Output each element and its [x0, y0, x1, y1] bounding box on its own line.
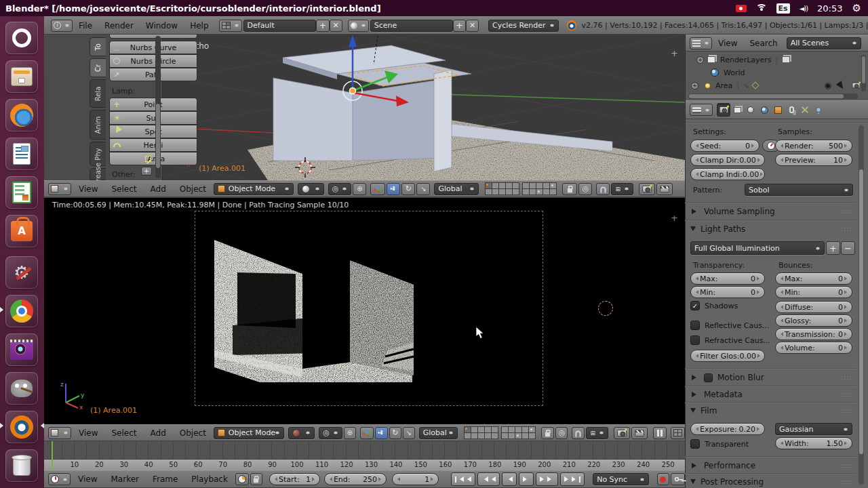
properties-scrollbar[interactable] [859, 125, 864, 485]
scene-lock-button[interactable] [562, 183, 577, 195]
filter-width-field[interactable]: Width:1.50 [775, 437, 852, 449]
wifi-icon[interactable] [756, 4, 767, 12]
panel-performance[interactable]: Performance:::: [688, 459, 856, 472]
render-opengl-button[interactable] [614, 427, 630, 439]
menu-add[interactable]: Add [144, 184, 172, 194]
delete-layout-button[interactable]: ✕ [330, 20, 342, 32]
outliner-filter-select[interactable]: All Scenes [787, 37, 861, 49]
transform-orientation-select[interactable]: Global [419, 427, 458, 439]
shelf-button-nurbs-circle[interactable]: Nurbs Circle [109, 54, 197, 68]
play-reverse-button[interactable] [502, 472, 517, 486]
properties-tab-constraints[interactable] [785, 103, 798, 117]
pivot-point-select[interactable]: ◎ [328, 183, 352, 195]
volume-bounces-field[interactable]: Volume:0 [775, 342, 852, 354]
editor-type-info-button[interactable]: i [51, 20, 73, 32]
launcher-icon-trash[interactable] [5, 449, 38, 482]
editor-type-timeline-button[interactable] [48, 473, 71, 485]
transparency-max-field[interactable]: Max:0 [690, 272, 765, 285]
properties-tab-world[interactable] [757, 103, 771, 117]
launcher-icon-firefox[interactable] [5, 99, 38, 131]
properties-tab-object[interactable] [771, 103, 785, 117]
rotate-manipulator-button[interactable]: ↻ [389, 427, 401, 439]
shelf-tab-relations[interactable]: Rela [90, 79, 106, 108]
properties-tab-object-data[interactable] [812, 103, 825, 117]
panel-metadata[interactable]: Metadata:::: [688, 388, 856, 401]
menu-marker[interactable]: Marker [104, 474, 144, 484]
outliner-hscrollbar[interactable] [688, 94, 858, 99]
current-frame-field[interactable]: 1 [392, 473, 439, 485]
pause-render-preview-button[interactable] [653, 427, 667, 439]
render-opengl-anim-button[interactable] [631, 427, 648, 439]
jump-to-end-button[interactable] [560, 472, 585, 486]
shelf-button-lamp-point[interactable]: +Point [109, 98, 197, 111]
render-engine-select[interactable]: Cycles Render [488, 20, 558, 32]
menu-object[interactable]: Object [174, 184, 212, 194]
shelf-button-path[interactable]: ↗Path [109, 68, 197, 81]
expand-icon[interactable]: + [696, 56, 704, 64]
launcher-icon-files[interactable] [5, 60, 38, 93]
shelf-button-lamp-hemi[interactable]: Hemi [109, 138, 197, 152]
snap-element-select[interactable]: ⊞ [586, 427, 608, 439]
glossy-bounces-field[interactable]: Glossy:0 [775, 314, 852, 327]
menu-file[interactable]: File [73, 21, 98, 30]
pattern-select[interactable]: Sobol [745, 184, 853, 196]
menu-view[interactable]: View [712, 39, 743, 48]
shelf-tab-grease[interactable]: Grease [90, 168, 106, 180]
outliner-row-renderlayers[interactable]: + RenderLayers | [686, 54, 868, 66]
visibility-eye-icon[interactable]: ◉ [825, 81, 831, 89]
editor-type-outliner-button[interactable] [690, 37, 712, 49]
light-paths-preset-select[interactable]: Full Global Illumination [690, 241, 825, 255]
snap-element-select[interactable]: ⊞ [611, 183, 633, 195]
sync-mode-select[interactable]: No Sync [593, 473, 649, 485]
time-cursor-toggle[interactable] [235, 473, 249, 485]
filter-type-select[interactable]: Gaussian [775, 423, 852, 435]
add-preset-button[interactable]: + [826, 241, 840, 255]
volume-icon[interactable]: ◄)) [800, 5, 808, 12]
selectability-cursor-icon[interactable] [836, 81, 846, 91]
rotate-manipulator-button[interactable]: ↻ [401, 183, 415, 195]
exposure-field[interactable]: Exposure:0.20 [690, 423, 765, 435]
shelf-scrollbar[interactable] [155, 36, 161, 178]
remove-preset-button[interactable]: − [841, 241, 855, 255]
pivot-point-select[interactable]: ◎ [319, 427, 342, 439]
translate-manipulator-button[interactable]: ↔↔ [387, 183, 400, 195]
editor-type-3dview-button[interactable] [48, 183, 71, 195]
scale-manipulator-button[interactable]: ↘ [416, 183, 430, 195]
layers-widget[interactable] [485, 182, 557, 195]
launcher-icon-chrome[interactable] [5, 295, 38, 327]
reflective-caustics-checkbox[interactable]: Reflective Caus... [690, 321, 769, 330]
scene-lock-button[interactable] [541, 427, 555, 439]
menu-window[interactable]: Window [140, 21, 184, 30]
shelf-button-lamp-sun[interactable]: ☀Sun [109, 111, 197, 125]
preview-samples-field[interactable]: Preview:10 [775, 154, 852, 166]
seed-field[interactable]: Seed:0 [690, 140, 760, 152]
scene-icon[interactable] [348, 20, 369, 32]
translate-manipulator-button[interactable]: ↔↔ [375, 427, 388, 439]
scene-field[interactable]: Scene [370, 20, 453, 32]
menu-playback[interactable]: Playback [185, 474, 234, 484]
editor-type-3dview-button[interactable] [48, 427, 71, 439]
outliner-row-world[interactable]: World [686, 66, 868, 79]
launcher-icon-system-settings[interactable]: ⚙ [5, 256, 38, 289]
menu-select[interactable]: Select [105, 184, 142, 194]
launcher-icon-ubuntu-software[interactable]: A [5, 215, 38, 247]
jump-to-start-button[interactable] [451, 472, 475, 486]
start-frame-field[interactable]: Start:1 [269, 473, 320, 485]
render-opengl-button[interactable] [639, 183, 655, 195]
shelf-tab-animation[interactable]: Anim [90, 110, 106, 140]
render-layers-icon-button[interactable] [671, 427, 685, 439]
play-button[interactable] [519, 472, 534, 486]
screen-record-icon[interactable] [736, 5, 747, 12]
area-lamp-widget[interactable] [598, 301, 613, 316]
panel-post-processing[interactable]: Post Processing:::: [688, 475, 856, 488]
menu-view[interactable]: View [73, 184, 104, 194]
timeline-ruler[interactable]: 1020304050607080901001101201301401501601… [44, 459, 685, 470]
region-expand-icon[interactable]: + [671, 213, 678, 223]
menu-frame[interactable]: Frame [146, 474, 184, 484]
menu-object[interactable]: Object [174, 428, 212, 438]
screen-layout-field[interactable]: Default [243, 20, 317, 32]
render-samples-field[interactable]: Render:500 [775, 140, 852, 152]
launcher-icon-libreoffice-writer[interactable] [5, 138, 38, 170]
delete-scene-button[interactable]: ✕ [466, 20, 479, 32]
add-scene-button[interactable]: + [453, 20, 466, 32]
